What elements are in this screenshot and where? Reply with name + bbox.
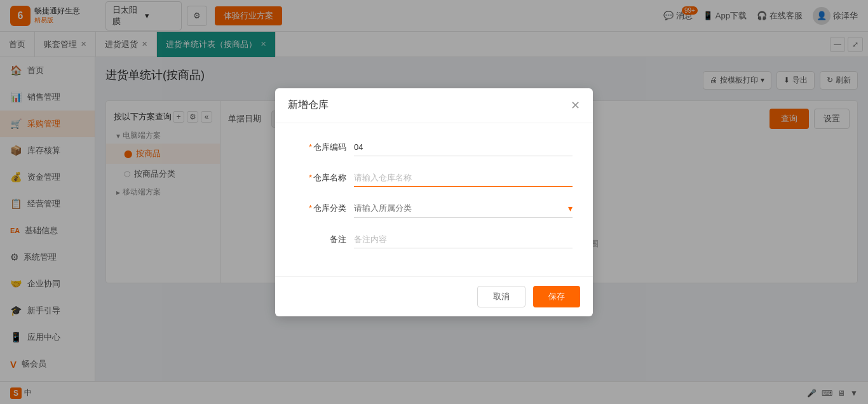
modal-title: 新增仓库 [288,98,329,112]
cancel-button[interactable]: 取消 [477,286,526,307]
modal-close-button[interactable]: ✕ [571,98,580,112]
form-row-name: *仓库名称 [295,169,573,187]
form-label-name: *仓库名称 [295,172,346,184]
warehouse-name-input[interactable] [354,169,573,187]
modal-new-warehouse: 新增仓库 ✕ *仓库编码 *仓库名称 *仓库分类 [275,88,593,316]
warehouse-remark-input[interactable] [354,231,573,248]
modal-body: *仓库编码 *仓库名称 *仓库分类 ▾ [275,123,593,276]
chevron-down-icon: ▾ [568,203,573,213]
save-button[interactable]: 保存 [533,286,580,307]
form-row-code: *仓库编码 [295,138,573,156]
form-row-category: *仓库分类 ▾ [295,199,573,218]
modal-footer: 取消 保存 [275,276,593,316]
modal-header: 新增仓库 ✕ [275,88,593,123]
warehouse-category-select[interactable]: ▾ [354,199,573,218]
form-label-category: *仓库分类 [295,203,346,214]
category-input[interactable] [354,203,568,213]
modal-overlay[interactable]: 新增仓库 ✕ *仓库编码 *仓库名称 *仓库分类 [0,0,868,404]
form-label-code: *仓库编码 [295,142,346,153]
form-row-remark: 备注 [295,231,573,248]
warehouse-code-input[interactable] [354,138,573,156]
form-label-remark: 备注 [295,234,346,245]
